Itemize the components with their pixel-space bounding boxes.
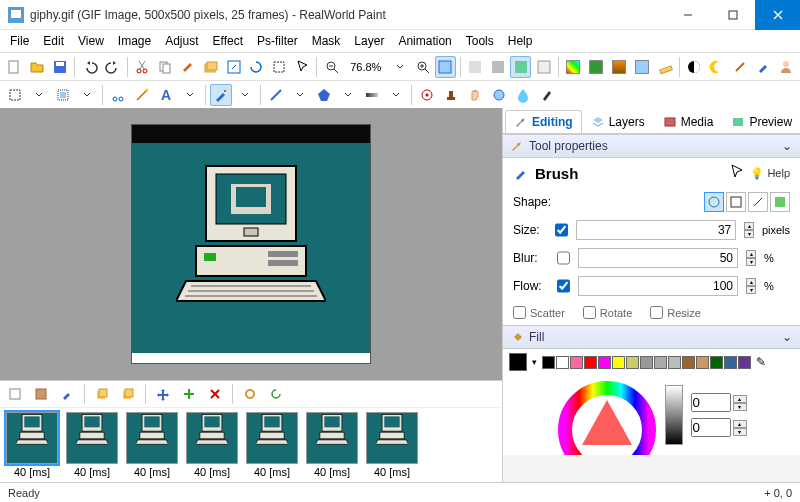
- undo-icon[interactable]: [79, 56, 100, 78]
- flow-input[interactable]: [578, 276, 738, 296]
- new-icon[interactable]: [4, 56, 25, 78]
- line-icon[interactable]: [265, 84, 287, 106]
- frame-item[interactable]: 40 [ms]: [366, 412, 418, 478]
- swatch4-icon[interactable]: [631, 56, 652, 78]
- person-icon[interactable]: [775, 56, 796, 78]
- shape-diagonal[interactable]: [748, 192, 768, 212]
- swatch1-icon[interactable]: [563, 56, 584, 78]
- frame-brush-icon[interactable]: [56, 383, 78, 405]
- grid4-icon[interactable]: [533, 56, 554, 78]
- blur-input[interactable]: [578, 248, 738, 268]
- menu-view[interactable]: View: [72, 32, 110, 50]
- menu-layer[interactable]: Layer: [348, 32, 390, 50]
- help-link[interactable]: 💡 Help: [750, 167, 790, 180]
- frame-item[interactable]: 40 [ms]: [66, 412, 118, 478]
- fit-icon[interactable]: [435, 56, 456, 78]
- copy-icon[interactable]: [155, 56, 176, 78]
- menu-edit[interactable]: Edit: [37, 32, 70, 50]
- chevron-down-icon[interactable]: [385, 84, 407, 106]
- frame-dup2-icon[interactable]: [117, 383, 139, 405]
- lightness-slider[interactable]: [665, 385, 683, 445]
- menu-mask[interactable]: Mask: [306, 32, 347, 50]
- collapse-icon[interactable]: ⌄: [782, 330, 792, 344]
- open-icon[interactable]: [27, 56, 48, 78]
- hand-icon[interactable]: [464, 84, 486, 106]
- color-swatch[interactable]: [556, 356, 569, 369]
- blur-spinner[interactable]: ▴▾: [746, 250, 756, 266]
- color-swatch[interactable]: [738, 356, 751, 369]
- redo-icon[interactable]: [102, 56, 123, 78]
- zoom-in-icon[interactable]: [412, 56, 433, 78]
- menu-help[interactable]: Help: [502, 32, 539, 50]
- chevron-down-icon[interactable]: [179, 84, 201, 106]
- color-swatch[interactable]: [668, 356, 681, 369]
- canvas[interactable]: [131, 124, 371, 364]
- contrast-icon[interactable]: [684, 56, 705, 78]
- blur-icon[interactable]: [512, 84, 534, 106]
- arrow-icon[interactable]: [292, 56, 313, 78]
- pen-icon[interactable]: [536, 84, 558, 106]
- color-swatch[interactable]: [724, 356, 737, 369]
- menu-file[interactable]: File: [4, 32, 35, 50]
- stamp-icon[interactable]: [440, 84, 462, 106]
- wand2-icon[interactable]: [131, 84, 153, 106]
- chevron-down-icon[interactable]: [234, 84, 256, 106]
- menu-tools[interactable]: Tools: [460, 32, 500, 50]
- tab-editing[interactable]: Editing: [505, 110, 582, 133]
- grid3-icon[interactable]: [510, 56, 531, 78]
- color-swatch[interactable]: [570, 356, 583, 369]
- num1-spinner[interactable]: ▴▾: [733, 395, 747, 411]
- frame-item[interactable]: 40 [ms]: [6, 412, 58, 478]
- shape-circle[interactable]: [704, 192, 724, 212]
- blur-checkbox[interactable]: [557, 251, 570, 265]
- color-swatch[interactable]: [682, 356, 695, 369]
- flow-spinner[interactable]: ▴▾: [746, 278, 756, 294]
- maximize-button[interactable]: [710, 0, 755, 30]
- save-icon[interactable]: [50, 56, 71, 78]
- color-swatch[interactable]: [710, 356, 723, 369]
- frame-paste-icon[interactable]: [30, 383, 52, 405]
- scissors-icon[interactable]: [107, 84, 129, 106]
- color-swatch[interactable]: [542, 356, 555, 369]
- swatch3-icon[interactable]: [609, 56, 630, 78]
- crop-icon[interactable]: [52, 84, 74, 106]
- grid2-icon[interactable]: [488, 56, 509, 78]
- size-input[interactable]: [576, 220, 736, 240]
- layer-icon[interactable]: [200, 56, 221, 78]
- shape-image[interactable]: [770, 192, 790, 212]
- menu-image[interactable]: Image: [112, 32, 157, 50]
- tab-layers[interactable]: Layers: [582, 110, 654, 133]
- chevron-down-icon[interactable]: [76, 84, 98, 106]
- cut-icon[interactable]: [132, 56, 153, 78]
- brush-tool-icon[interactable]: [210, 84, 232, 106]
- polygon-icon[interactable]: [313, 84, 335, 106]
- fill-header[interactable]: Fill ⌄: [503, 325, 800, 349]
- frame-item[interactable]: 40 [ms]: [186, 412, 238, 478]
- current-color[interactable]: [509, 353, 527, 371]
- flow-checkbox[interactable]: [557, 279, 570, 293]
- frame-gear-icon[interactable]: [239, 383, 261, 405]
- minimize-button[interactable]: [665, 0, 710, 30]
- menu-psfilter[interactable]: Ps-filter: [251, 32, 304, 50]
- gradient-icon[interactable]: [361, 84, 383, 106]
- scatter-option[interactable]: Scatter: [513, 306, 565, 319]
- zoom-value[interactable]: 76.8%: [344, 61, 387, 73]
- target-icon[interactable]: [416, 84, 438, 106]
- eyedrop-icon[interactable]: [488, 84, 510, 106]
- frame-delete-icon[interactable]: [204, 383, 226, 405]
- size-spinner[interactable]: ▴▾: [744, 222, 754, 238]
- frame-item[interactable]: 40 [ms]: [126, 412, 178, 478]
- chevron-down-icon[interactable]: [28, 84, 50, 106]
- color-swatch[interactable]: [654, 356, 667, 369]
- marquee-icon[interactable]: [4, 84, 26, 106]
- color-swatch[interactable]: [584, 356, 597, 369]
- ruler-icon[interactable]: [654, 56, 675, 78]
- tab-media[interactable]: Media: [654, 110, 723, 133]
- wand-icon[interactable]: [730, 56, 751, 78]
- moon-icon[interactable]: [707, 56, 728, 78]
- frame-refresh-icon[interactable]: [265, 383, 287, 405]
- frame-add-icon[interactable]: [178, 383, 200, 405]
- rotate-option[interactable]: Rotate: [583, 306, 632, 319]
- color-swatch[interactable]: [626, 356, 639, 369]
- frame-dup-icon[interactable]: [91, 383, 113, 405]
